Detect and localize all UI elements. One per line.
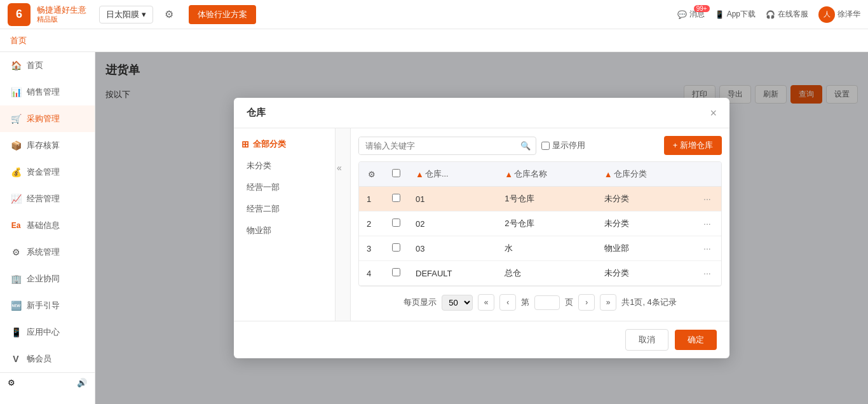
page-last-btn[interactable]: » xyxy=(600,294,616,311)
per-page-select[interactable]: 50 xyxy=(442,295,473,311)
sidebar-item-purchase[interactable]: 🛒 采购管理 xyxy=(0,105,95,132)
page-first-btn[interactable]: « xyxy=(478,294,494,311)
sort-code[interactable]: ▲ 仓库... xyxy=(416,168,489,180)
th-category: ▲ 仓库分类 xyxy=(597,162,696,187)
th-code: ▲ 仓库... xyxy=(408,162,497,187)
capital-icon: 💰 xyxy=(10,167,22,177)
sort-icon3: ▲ xyxy=(604,170,613,179)
sidebar-item-basic[interactable]: Ea 基础信息 xyxy=(0,212,95,239)
warehouse-modal: 仓库 × ⊞ 全部分类 « 未分类 经营一部 xyxy=(234,98,729,358)
member-icon: V xyxy=(10,354,22,364)
store-selector[interactable]: 日太阳膜 ▾ xyxy=(99,6,153,24)
sidebar-item-apps[interactable]: 📱 应用中心 xyxy=(0,319,95,346)
headset-icon: 🎧 xyxy=(766,10,775,19)
sidebar-item-enterprise[interactable]: 🏢 企业协同 xyxy=(0,266,95,292)
category-item-unclassified[interactable]: 未分类 xyxy=(234,155,335,177)
row-more-btn[interactable]: ··· xyxy=(703,243,711,253)
search-icon[interactable]: 🔍 xyxy=(515,141,536,151)
search-input[interactable] xyxy=(359,137,515,154)
trial-btn[interactable]: 体验行业方案 xyxy=(189,5,256,24)
row-more-btn[interactable]: ··· xyxy=(703,194,711,204)
row-checkbox[interactable] xyxy=(392,219,400,227)
row-code: 01 xyxy=(408,187,497,212)
table-row[interactable]: 3 03 水 物业部 ··· xyxy=(359,236,721,261)
app-download-btn[interactable]: 📱 App下载 xyxy=(715,9,756,20)
purchase-icon: 🛒 xyxy=(10,114,22,124)
row-code: 03 xyxy=(408,236,497,261)
sidebar-item-operation[interactable]: 📈 经营管理 xyxy=(0,185,95,212)
apps-icon: 📱 xyxy=(10,327,22,337)
row-num: 2 xyxy=(359,212,384,236)
settings-small-icon[interactable]: ⚙ xyxy=(8,378,15,387)
show-disabled-label: 显示停用 xyxy=(541,140,585,151)
category-item-property[interactable]: 物业部 xyxy=(234,220,335,241)
sidebar-item-sales[interactable]: 📊 销售管理 xyxy=(0,79,95,105)
user-profile[interactable]: 人 徐泽华 xyxy=(818,6,860,23)
message-icon: 💬 xyxy=(677,10,687,19)
warehouse-table: ⚙ ▲ 仓库... xyxy=(358,161,722,286)
table-row[interactable]: 1 01 1号仓库 未分类 ··· xyxy=(359,187,721,212)
mobile-icon: 📱 xyxy=(715,10,724,19)
sidebar-item-system[interactable]: ⚙ 系统管理 xyxy=(0,239,95,266)
inventory-icon: 📦 xyxy=(10,140,22,151)
row-name: 总仓 xyxy=(497,261,596,286)
messages-btn[interactable]: 💬 消息 99+ xyxy=(677,9,705,20)
select-all-checkbox[interactable] xyxy=(392,169,400,177)
gear-icon: ⚙ xyxy=(368,170,376,179)
row-checkbox-cell xyxy=(384,187,408,212)
th-name: ▲ 仓库名称 xyxy=(497,162,596,187)
row-category: 未分类 xyxy=(597,187,696,212)
row-code: 02 xyxy=(408,212,497,236)
th-actions xyxy=(696,162,721,187)
row-more-btn[interactable]: ··· xyxy=(703,219,711,229)
row-category: 未分类 xyxy=(597,212,696,236)
modal-footer: 取消 确定 xyxy=(234,321,729,358)
sidebar-item-guide[interactable]: 🆕 新手引导 xyxy=(0,292,95,319)
collapse-panel: « xyxy=(336,128,351,321)
collapse-arrow[interactable]: « xyxy=(336,160,343,175)
category-item-ops1[interactable]: 经营一部 xyxy=(234,177,335,198)
confirm-btn[interactable]: 确定 xyxy=(675,330,717,350)
sidebar-bottom: ⚙ 🔊 xyxy=(0,372,95,393)
avatar: 人 xyxy=(818,6,835,23)
row-checkbox[interactable] xyxy=(392,194,400,202)
sales-icon: 📊 xyxy=(10,87,22,97)
add-warehouse-btn[interactable]: + 新增仓库 xyxy=(664,136,722,155)
sort-name[interactable]: ▲ 仓库名称 xyxy=(505,168,588,180)
row-category: 未分类 xyxy=(597,261,696,286)
page-next-btn[interactable]: › xyxy=(578,294,595,311)
breadcrumb-home[interactable]: 首页 xyxy=(10,35,27,46)
sidebar-item-member[interactable]: V 畅会员 xyxy=(0,346,95,372)
sidebar-item-inventory[interactable]: 📦 库存核算 xyxy=(0,132,95,159)
all-categories[interactable]: ⊞ 全部分类 xyxy=(234,133,335,155)
table-row[interactable]: 4 DEFAULT 总仓 未分类 ··· xyxy=(359,261,721,286)
row-checkbox[interactable] xyxy=(392,268,400,276)
guide-icon: 🆕 xyxy=(10,300,22,311)
modal-header: 仓库 × xyxy=(234,98,729,128)
row-checkbox-cell xyxy=(384,236,408,261)
row-more-btn[interactable]: ··· xyxy=(703,268,711,278)
basic-icon: Ea xyxy=(10,221,22,230)
home-icon: 🏠 xyxy=(10,60,22,71)
sidebar: 🏠 首页 📊 销售管理 🛒 采购管理 📦 库存核算 💰 资金管理 📈 经营管理 … xyxy=(0,52,95,404)
table-row[interactable]: 2 02 2号仓库 未分类 ··· xyxy=(359,212,721,236)
customer-service-btn[interactable]: 🎧 在线客服 xyxy=(766,9,808,20)
page-prev-btn[interactable]: ‹ xyxy=(499,294,516,311)
page-input[interactable]: 1 xyxy=(534,295,560,310)
system-icon: ⚙ xyxy=(10,247,22,257)
table-header: ⚙ ▲ 仓库... xyxy=(359,162,721,187)
sidebar-item-home[interactable]: 🏠 首页 xyxy=(0,52,95,79)
row-checkbox[interactable] xyxy=(392,243,400,252)
row-checkbox-cell xyxy=(384,261,408,286)
cancel-btn[interactable]: 取消 xyxy=(625,329,668,351)
modal-table-area: 🔍 显示停用 + 新增仓库 xyxy=(351,128,729,321)
show-disabled-checkbox[interactable] xyxy=(541,142,550,150)
settings-icon[interactable]: ⚙ xyxy=(159,5,179,24)
volume-icon[interactable]: 🔊 xyxy=(77,378,87,387)
modal-body: ⊞ 全部分类 « 未分类 经营一部 经营二部 物业部 « xyxy=(234,128,729,321)
category-item-ops2[interactable]: 经营二部 xyxy=(234,198,335,220)
close-icon[interactable]: × xyxy=(710,107,717,119)
topbar: 6 畅捷通好生意 精品版 日太阳膜 ▾ ⚙ 体验行业方案 💬 消息 99+ 📱 … xyxy=(0,0,868,29)
sort-category[interactable]: ▲ 仓库分类 xyxy=(604,168,688,180)
sidebar-item-capital[interactable]: 💰 资金管理 xyxy=(0,159,95,185)
